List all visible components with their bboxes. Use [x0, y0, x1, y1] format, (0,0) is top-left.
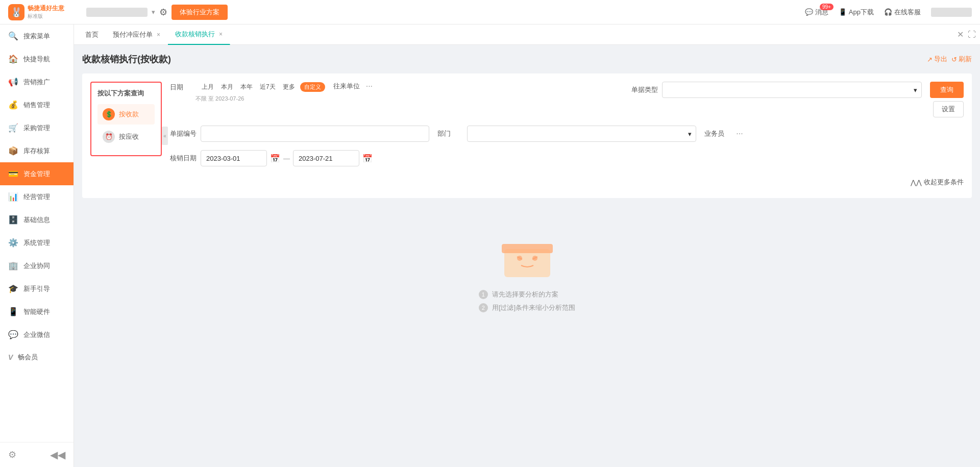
- wechat-icon: 💬: [8, 330, 18, 339]
- sidebar-item-purchase[interactable]: 🛒 采购管理: [0, 116, 74, 139]
- sidebar-item-member[interactable]: V 畅会员: [0, 346, 74, 368]
- search-icon: 🔍: [8, 31, 18, 41]
- filter-row-3: 核销日期 📅 — 📅: [170, 150, 964, 166]
- tab-writeoff[interactable]: 收款核销执行 ×: [168, 24, 230, 45]
- collapse-sidebar-icon[interactable]: ◀◀: [50, 449, 65, 461]
- sidebar-item-marketing[interactable]: 📢 营销推广: [0, 70, 74, 93]
- settings-bottom-icon[interactable]: ⚙: [8, 449, 16, 460]
- salesperson-dots-btn[interactable]: ···: [734, 129, 745, 138]
- sidebar-label-member: 畅会员: [18, 353, 38, 362]
- sidebar-item-operations[interactable]: 📊 经营管理: [0, 185, 74, 208]
- writeoff-date-start-input[interactable]: [201, 150, 267, 166]
- doc-type-select[interactable]: ▾: [662, 82, 922, 98]
- sidebar-label-sales: 销售管理: [23, 101, 50, 110]
- tab-prepay-label: 预付冲应付单: [113, 30, 153, 39]
- filter-option-by-receipt[interactable]: 💲 按收款: [97, 104, 155, 125]
- sidebar-label-purchase: 采购管理: [23, 124, 50, 133]
- setting-button[interactable]: 设置: [933, 101, 964, 117]
- app-download-btn[interactable]: 📱 App下载: [839, 8, 874, 17]
- date-custom-btn[interactable]: 自定义: [300, 82, 325, 92]
- date-this-month-btn[interactable]: 本月: [219, 82, 235, 92]
- sidebar-item-inventory[interactable]: 📦 库存核算: [0, 139, 74, 162]
- tab-prepay[interactable]: 预付冲应付单 ×: [106, 24, 168, 45]
- date-more-btn[interactable]: 更多: [281, 82, 297, 92]
- sidebar-item-enterprise[interactable]: 🏢 企业协同: [0, 254, 74, 277]
- sidebar: 🔍 搜索菜单 🏠 快捷导航 📢 营销推广 💰 销售管理 🛒 采购管理 📦 库存核…: [0, 24, 74, 467]
- date-dash: —: [283, 155, 290, 162]
- home-icon: 🏠: [8, 54, 18, 64]
- refresh-button[interactable]: ↺ 刷新: [951, 55, 972, 64]
- page-title-row: 收款核销执行(按收款) ↗ 导出 ↺ 刷新: [82, 53, 972, 65]
- filter-option-by-receivable[interactable]: ⏰ 按应收: [97, 127, 155, 147]
- svg-rect-0: [504, 249, 550, 277]
- sidebar-item-finance[interactable]: 💳 资金管理: [0, 162, 74, 185]
- empty-illustration: [497, 229, 558, 280]
- finance-icon: 💳: [8, 169, 18, 179]
- dept-label: 部门: [437, 129, 463, 138]
- collapse-more-label: 收起更多条件: [924, 178, 964, 187]
- date-shortcuts: 上月 本月 本年 近7天 更多 自定义: [200, 82, 325, 92]
- sales-icon: 💰: [8, 100, 18, 110]
- app-download-label: App下载: [849, 8, 874, 17]
- date-last-month-btn[interactable]: 上月: [200, 82, 216, 92]
- chevron-down-icon[interactable]: ▾: [152, 8, 155, 16]
- collapse-filter-sidebar-btn[interactable]: «: [162, 127, 168, 145]
- writeoff-date-end-input[interactable]: [293, 150, 359, 166]
- salesperson-field: 业务员 ···: [704, 129, 964, 138]
- page-actions: ↗ 导出 ↺ 刷新: [927, 55, 972, 64]
- writeoff-date-range: 📅 — 📅: [201, 150, 373, 166]
- sidebar-item-smart[interactable]: 📱 智能硬件: [0, 300, 74, 323]
- refresh-label: 刷新: [959, 55, 972, 64]
- sidebar-label-newbie: 新手引导: [23, 284, 50, 293]
- receivable-icon: ⏰: [103, 131, 115, 143]
- sidebar-label-finance: 资金管理: [23, 169, 50, 179]
- query-button[interactable]: 查询: [930, 82, 964, 98]
- message-btn[interactable]: 💬 消息 99+: [805, 8, 828, 17]
- export-button[interactable]: ↗ 导出: [927, 55, 947, 64]
- filter-right: 日期 上月 本月 本年 近7天 更多 自定义 不限 至 2023-0: [170, 82, 964, 190]
- sidebar-item-basicinfo[interactable]: 🗄️ 基础信息: [0, 208, 74, 231]
- logo-area: 🐰 畅捷通好生意 标准版: [8, 4, 82, 20]
- calendar-start-icon[interactable]: 📅: [270, 154, 280, 163]
- settings-button[interactable]: ⚙: [159, 7, 167, 18]
- filter-option-by-receivable-label: 按应收: [119, 132, 139, 141]
- filter-row-2: 单据编号 部门 ▾ 业务员 ···: [170, 126, 964, 142]
- sidebar-item-system[interactable]: ⚙️ 系统管理: [0, 231, 74, 254]
- date-7days-btn[interactable]: 近7天: [258, 82, 278, 92]
- tab-home-label: 首页: [85, 30, 99, 39]
- filter-sidebar-wrapper: 按以下方案查询 💲 按收款 ⏰ 按应收 «: [90, 82, 162, 190]
- empty-hint-2: 2 用[过滤]条件来缩小分析范围: [479, 303, 575, 312]
- industry-btn[interactable]: 体验行业方案: [172, 5, 228, 20]
- tab-writeoff-close[interactable]: ×: [219, 31, 223, 38]
- sidebar-bottom: ⚙ ◀◀: [0, 442, 74, 467]
- tab-prepay-close[interactable]: ×: [157, 31, 160, 38]
- empty-hints: 1 请先选择要分析的方案 2 用[过滤]条件来缩小分析范围: [479, 290, 575, 312]
- tab-home[interactable]: 首页: [78, 24, 106, 45]
- online-service-btn[interactable]: 🎧 在线客服: [884, 8, 921, 17]
- writeoff-date-field: 核销日期 📅 — 📅: [170, 150, 964, 166]
- sidebar-item-quicknav[interactable]: 🏠 快捷导航: [0, 47, 74, 70]
- tab-expand-icon[interactable]: ⛶: [968, 30, 976, 39]
- logo-text-block: 畅捷通好生意 标准版: [28, 4, 64, 20]
- svg-rect-1: [502, 244, 553, 253]
- sidebar-item-newbie[interactable]: 🎓 新手引导: [0, 277, 74, 300]
- date-this-year-btn[interactable]: 本年: [238, 82, 255, 92]
- hint-text-2: 用[过滤]条件来缩小分析范围: [492, 303, 575, 312]
- dept-field: 部门 ▾: [437, 126, 697, 142]
- top-bar-right: 💬 消息 99+ 📱 App下载 🎧 在线客服: [805, 8, 972, 17]
- tab-close-icon[interactable]: ✕: [957, 30, 964, 39]
- counterparty-dots-btn[interactable]: ···: [364, 82, 375, 91]
- collapse-more-btn[interactable]: ⋀⋀ 收起更多条件: [170, 175, 964, 190]
- sidebar-item-wechat[interactable]: 💬 企业微信: [0, 323, 74, 346]
- sidebar-item-search[interactable]: 🔍 搜索菜单: [0, 24, 74, 47]
- user-avatar: [931, 8, 972, 17]
- enterprise-icon: 🏢: [8, 261, 18, 271]
- message-icon: 💬: [805, 8, 813, 16]
- doc-number-field: 单据编号: [170, 126, 429, 142]
- dept-select[interactable]: ▾: [467, 126, 697, 142]
- calendar-end-icon[interactable]: 📅: [362, 154, 373, 163]
- doc-number-input[interactable]: [201, 126, 429, 142]
- sidebar-item-sales[interactable]: 💰 销售管理: [0, 93, 74, 116]
- sidebar-label-smart: 智能硬件: [23, 307, 50, 316]
- receipt-icon: 💲: [103, 108, 115, 120]
